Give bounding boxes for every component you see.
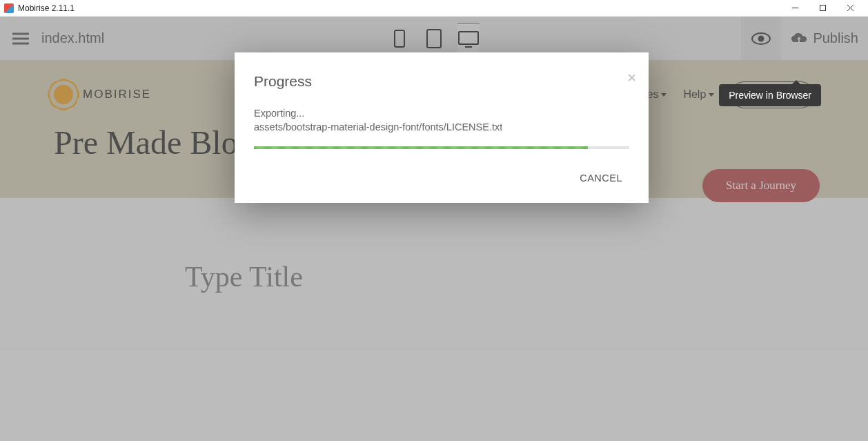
- app-window: index.html Publish MOBIRISE atures: [0, 17, 868, 441]
- progress-fill: [254, 146, 588, 149]
- minimize-button[interactable]: [781, 0, 809, 17]
- modal-status-line2: assets/bootstrap-material-design-font/fo…: [254, 121, 629, 133]
- window-titlebar: Mobirise 2.11.1: [0, 0, 868, 17]
- close-button[interactable]: [836, 0, 864, 17]
- modal-close-button[interactable]: ×: [627, 69, 636, 87]
- window-controls: [781, 0, 864, 17]
- maximize-button[interactable]: [809, 0, 836, 17]
- app-icon: [4, 3, 14, 13]
- progress-bar: [254, 146, 629, 149]
- svg-rect-1: [820, 6, 825, 11]
- modal-actions: CANCEL: [254, 168, 629, 188]
- preview-tooltip: Preview in Browser: [719, 84, 821, 106]
- window-title: Mobirise 2.11.1: [18, 3, 781, 13]
- cancel-button[interactable]: CANCEL: [573, 168, 629, 188]
- modal-status-line1: Exporting...: [254, 108, 629, 119]
- modal-title: Progress: [254, 73, 629, 90]
- progress-modal: × Progress Exporting... assets/bootstrap…: [235, 52, 649, 203]
